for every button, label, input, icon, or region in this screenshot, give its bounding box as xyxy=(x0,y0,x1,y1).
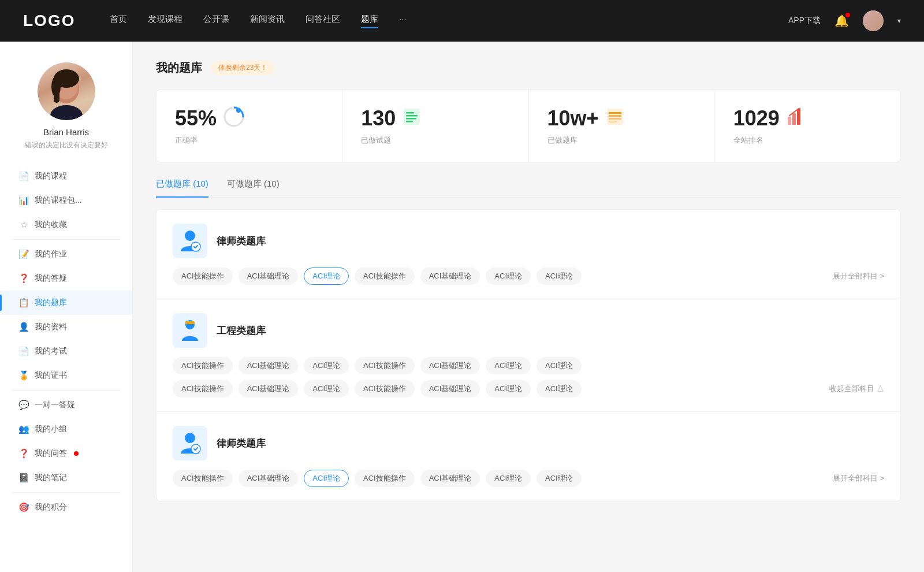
tag[interactable]: ACI理论 xyxy=(486,470,531,487)
nav-link-more[interactable]: ··· xyxy=(399,14,407,28)
bank-2-name: 工程类题库 xyxy=(217,324,266,337)
app-download-link[interactable]: APP下载 xyxy=(788,16,821,26)
sidebar-item-certificate[interactable]: 🏅 我的证书 xyxy=(0,363,132,388)
tag[interactable]: ACI基础理论 xyxy=(420,268,480,285)
tag[interactable]: ACI技能操作 xyxy=(355,380,415,398)
sidebar-item-exam[interactable]: 📄 我的考试 xyxy=(0,339,132,363)
accuracy-number: 55% xyxy=(175,106,217,131)
lawyer-icon xyxy=(177,228,203,254)
nav-link-bank[interactable]: 题库 xyxy=(361,14,378,28)
sidebar-divider-3 xyxy=(12,492,121,493)
tag[interactable]: ACI理论 xyxy=(486,380,531,398)
stats-row: 55% 正确率 130 xyxy=(156,90,901,162)
tag[interactable]: ACI基础理论 xyxy=(420,470,480,487)
sidebar-item-points[interactable]: 🎯 我的积分 xyxy=(0,495,132,519)
nav-link-news[interactable]: 新闻资讯 xyxy=(250,14,285,28)
svg-rect-20 xyxy=(797,110,800,125)
tab-available-banks[interactable]: 可做题库 (10) xyxy=(227,179,280,198)
tag[interactable]: ACI基础理论 xyxy=(239,470,299,487)
tag[interactable]: ACI理论 xyxy=(536,357,582,374)
rank-label: 全站排名 xyxy=(733,135,763,146)
nav-link-home[interactable]: 首页 xyxy=(110,14,127,28)
page-header: 我的题库 体验剩余23天！ xyxy=(156,60,901,76)
tag[interactable]: ACI技能操作 xyxy=(355,470,415,487)
sidebar-item-my-qa[interactable]: ❓ 我的问答 xyxy=(0,441,132,466)
tag[interactable]: ACI基础理论 xyxy=(239,380,299,398)
bank-1-expand[interactable]: 展开全部科目 > xyxy=(833,271,884,281)
sidebar-item-label: 我的问答 xyxy=(35,448,67,459)
bank-list: 律师类题库 ACI技能操作 ACI基础理论 ACI理论 ACI技能操作 ACI基… xyxy=(156,209,901,502)
tag[interactable]: ACI技能操作 xyxy=(173,380,233,398)
bank-3-icon-wrapper xyxy=(173,426,207,460)
sidebar-item-group[interactable]: 👥 我的小组 xyxy=(0,417,132,441)
trial-badge: 体验剩余23天！ xyxy=(211,61,274,75)
bank-icon xyxy=(606,107,624,126)
tag[interactable]: ACI基础理论 xyxy=(239,357,299,374)
sidebar-item-profile[interactable]: 👤 我的资料 xyxy=(0,315,132,339)
user-avatar[interactable] xyxy=(863,10,884,31)
tag[interactable]: ACI技能操作 xyxy=(173,470,233,487)
tag[interactable]: ACI技能操作 xyxy=(355,268,415,285)
notification-bell[interactable]: 🔔 xyxy=(834,14,849,28)
stat-card-accuracy: 55% 正确率 xyxy=(157,90,342,162)
sidebar-item-answers[interactable]: ❓ 我的答疑 xyxy=(0,266,132,291)
bank-2-header: 工程类题库 xyxy=(173,313,884,348)
bank-2-tags-1: ACI技能操作 ACI基础理论 ACI理论 ACI技能操作 ACI基础理论 AC… xyxy=(173,357,884,374)
tag[interactable]: ACI技能操作 xyxy=(355,357,415,374)
answers-icon: ❓ xyxy=(18,273,29,284)
tag[interactable]: ACI理论 xyxy=(536,380,582,398)
notes-icon: 📓 xyxy=(18,473,29,483)
bank-2-tags-row2-container: ACI技能操作 ACI基础理论 ACI理论 ACI技能操作 ACI基础理论 AC… xyxy=(173,380,884,398)
svg-rect-12 xyxy=(406,121,413,122)
bank-1-header: 律师类题库 xyxy=(173,224,884,258)
bank-2-tags-row1: ACI技能操作 ACI基础理论 ACI理论 ACI技能操作 ACI基础理论 AC… xyxy=(173,357,884,374)
tag[interactable]: ACI基础理论 xyxy=(420,380,480,398)
tag-active[interactable]: ACI理论 xyxy=(304,470,349,487)
tag[interactable]: ACI技能操作 xyxy=(173,357,233,374)
svg-rect-17 xyxy=(609,121,617,122)
page-title: 我的题库 xyxy=(156,60,202,76)
nav-link-discover[interactable]: 发现课程 xyxy=(148,14,182,28)
tag[interactable]: ACI理论 xyxy=(304,357,349,374)
sidebar-item-one-on-one[interactable]: 💬 一对一答疑 xyxy=(0,393,132,417)
tab-done-banks[interactable]: 已做题库 (10) xyxy=(156,179,208,198)
logo: LOGO xyxy=(23,12,75,30)
svg-rect-16 xyxy=(609,118,621,120)
tag[interactable]: ACI基础理论 xyxy=(239,268,299,285)
tag[interactable]: ACI基础理论 xyxy=(420,357,480,374)
tag[interactable]: ACI理论 xyxy=(304,380,349,398)
bank-card-2: 工程类题库 ACI技能操作 ACI基础理论 ACI理论 ACI技能操作 ACI基… xyxy=(157,299,900,412)
lawyer-icon-2 xyxy=(177,430,203,456)
tag[interactable]: ACI理论 xyxy=(536,470,582,487)
tag[interactable]: ACI技能操作 xyxy=(173,268,233,285)
svg-rect-10 xyxy=(406,115,418,117)
sidebar-item-course[interactable]: 📄 我的课程 xyxy=(0,164,132,188)
group-icon: 👥 xyxy=(18,424,29,434)
sidebar-item-favorites[interactable]: ☆ 我的收藏 xyxy=(0,213,132,237)
bank-3-expand[interactable]: 展开全部科目 > xyxy=(833,473,884,484)
bank-1-name: 律师类题库 xyxy=(217,235,266,248)
certificate-icon: 🏅 xyxy=(18,370,29,381)
sidebar-divider-2 xyxy=(12,390,121,391)
tag[interactable]: ACI理论 xyxy=(486,268,531,285)
svg-rect-11 xyxy=(406,118,416,120)
sidebar-item-question-bank[interactable]: 📋 我的题库 xyxy=(0,291,132,315)
sidebar-item-course-package[interactable]: 📊 我的课程包... xyxy=(0,188,132,213)
sidebar: Brian Harris 错误的决定比没有决定要好 📄 我的课程 📊 我的课程包… xyxy=(0,42,133,572)
questions-icon xyxy=(403,107,421,129)
sidebar-item-homework[interactable]: 📝 我的作业 xyxy=(0,242,132,266)
sidebar-item-label: 我的课程 xyxy=(35,171,67,181)
nav-link-open[interactable]: 公开课 xyxy=(203,14,229,28)
bank-2-collapse[interactable]: 收起全部科目 △ xyxy=(829,384,884,394)
tag[interactable]: ACI理论 xyxy=(536,268,582,285)
bank-card-3: 律师类题库 ACI技能操作 ACI基础理论 ACI理论 ACI技能操作 ACI基… xyxy=(157,412,900,501)
user-menu-chevron[interactable]: ▾ xyxy=(897,17,901,25)
questions-label: 已做试题 xyxy=(361,135,391,146)
nav-link-qa[interactable]: 问答社区 xyxy=(305,14,340,28)
navbar: LOGO 首页 发现课程 公开课 新闻资讯 问答社区 题库 ··· APP下载 … xyxy=(0,0,924,42)
tag-active[interactable]: ACI理论 xyxy=(304,268,349,285)
tag[interactable]: ACI理论 xyxy=(486,357,531,374)
svg-rect-14 xyxy=(609,112,621,114)
sidebar-item-label: 我的小组 xyxy=(35,424,67,434)
sidebar-item-notes[interactable]: 📓 我的笔记 xyxy=(0,466,132,490)
